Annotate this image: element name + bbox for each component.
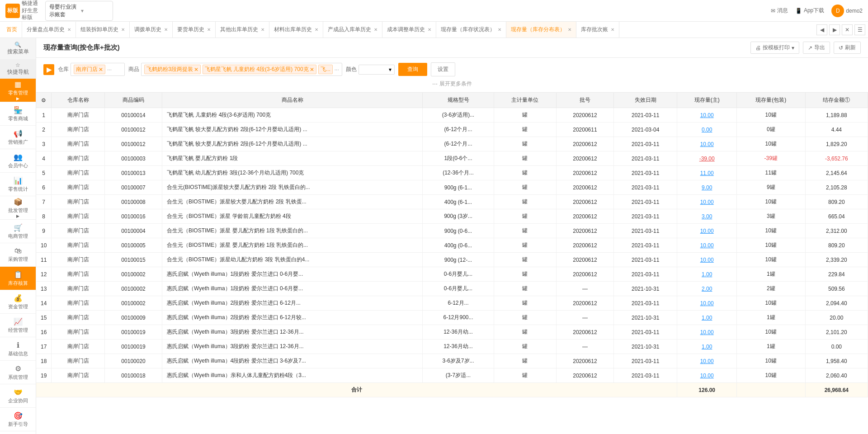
tab-pick-history[interactable]: 调拨单历史 ✕	[130, 22, 173, 38]
tab-close-icon[interactable]: ✕	[568, 27, 571, 32]
amount-cell: 2,105.28	[805, 180, 868, 195]
sidebar-item-basic-info[interactable]: ℹ 基础信息	[0, 337, 36, 361]
refresh-btn[interactable]: ↺ 刷新	[834, 42, 861, 54]
tab-home[interactable]: 首页	[2, 22, 22, 38]
qty-main-cell[interactable]: 2.00	[677, 282, 736, 296]
batch-cell: —	[556, 311, 613, 325]
qty-main-cell[interactable]: 10.00	[677, 224, 736, 238]
sidebar-item-enterprise-coop[interactable]: 🤝 企业协同	[0, 384, 36, 408]
print-btn[interactable]: 🖨 按模板打印 ▾	[750, 42, 799, 54]
table-row: 3南岸门店00100012飞鹤星飞帆 较大婴儿配方奶粉 2段(6-12个月婴幼儿…	[36, 137, 868, 151]
qty-main-cell[interactable]: 10.00	[677, 325, 736, 340]
qty-main-cell[interactable]: -39.00	[677, 151, 736, 166]
tab-batch-voucher[interactable]: 库存批次账 ✕	[576, 22, 619, 38]
qty-main-cell[interactable]: 10.00	[677, 296, 736, 311]
qty-main-cell[interactable]: 10.00	[677, 195, 736, 209]
qty-main-cell[interactable]: 3.00	[677, 209, 736, 224]
product-filter-more-icon[interactable]: ···	[335, 66, 339, 73]
sidebar-item-operations-mgmt[interactable]: 📈 经营管理	[0, 314, 36, 337]
settings-btn[interactable]: 设置	[431, 62, 455, 76]
sidebar-item-finance-mgmt[interactable]: 💰 资金管理	[0, 290, 36, 314]
product-tag-1: 飞鹤奶粉3段两提装 ✕	[144, 65, 201, 74]
tab-inventory-dist[interactable]: 现存量（库存分布表） ✕	[506, 22, 576, 38]
export-icon: ↗	[808, 45, 812, 51]
tab-close-icon[interactable]: ✕	[498, 27, 501, 32]
filter-expand-more-btn[interactable]: ⋯ 展开更多条件	[43, 80, 861, 88]
sidebar-quick-nav[interactable]: ☆ 快捷导航	[0, 59, 36, 79]
warehouse-filter-tags[interactable]: 南岸门店 ✕ ···	[71, 63, 125, 76]
qty-pkg-cell: 1罐	[736, 267, 805, 282]
qty-main-cell[interactable]: 10.00	[677, 368, 736, 383]
tab-close-icon[interactable]: ✕	[374, 27, 377, 32]
name-cell: 飞鹤星飞帆 幼儿配方奶粉 3段(12-36个月幼儿适用) 700克	[162, 166, 423, 180]
tab-close-icon[interactable]: ✕	[315, 27, 318, 32]
tab-close-icon[interactable]: ✕	[428, 27, 431, 32]
tab-close-icon[interactable]: ✕	[121, 27, 125, 32]
tab-menu-btn[interactable]: ☰	[854, 24, 865, 35]
tab-close-icon[interactable]: ✕	[261, 27, 264, 32]
tab-product-in-history[interactable]: 产成品入库单历史 ✕	[323, 22, 382, 38]
tab-prev-btn[interactable]: ◀	[816, 24, 827, 35]
tag-close-icon[interactable]: ✕	[194, 66, 198, 73]
filter-expand-btn[interactable]: ▶	[43, 64, 54, 75]
tab-requisition-history[interactable]: 要货单历史 ✕	[173, 22, 216, 38]
qty-main-cell[interactable]: 10.00	[677, 137, 736, 151]
qty-main-cell[interactable]: 11.00	[677, 166, 736, 180]
expiry-cell: 2021-03-04	[613, 123, 677, 137]
sidebar-item-retail-stats[interactable]: 📊 零售统计	[0, 173, 36, 196]
filter-more-icon[interactable]: ···	[107, 66, 112, 73]
export-btn[interactable]: ↗ 导出	[803, 42, 830, 54]
tab-close-icon[interactable]: ✕	[611, 27, 614, 32]
user-profile[interactable]: D demo2	[831, 5, 863, 17]
sidebar-search[interactable]: 🔍 搜索菜单	[0, 38, 36, 59]
qty-main-cell[interactable]: 0.00	[677, 123, 736, 137]
tag-close-icon[interactable]: ✕	[310, 66, 314, 73]
code-cell: 00100019	[105, 340, 162, 354]
row-index: 1	[36, 108, 52, 123]
tab-close-all-btn[interactable]: ✕	[842, 24, 853, 35]
sidebar-item-app-center[interactable]: 📱 应用中心	[0, 431, 36, 434]
table-row: 16南岸门店00100019惠氏启赋（Wyeth illuma）3段奶粉 爱尔兰…	[36, 325, 868, 340]
tab-other-out-history[interactable]: 其他出库单历史 ✕	[216, 22, 269, 38]
sidebar-item-inventory-check[interactable]: 📋 库存核算	[0, 267, 36, 290]
sidebar-item-marketing[interactable]: 📢 营销推广	[0, 126, 36, 149]
name-cell: 合生元(BIOSTIME)派星较大婴儿配方奶粉 2段 乳铁蛋白的...	[162, 180, 423, 195]
qty-main-cell[interactable]: 10.00	[677, 108, 736, 123]
tag-close-icon[interactable]: ✕	[99, 66, 103, 73]
tab-next-btn[interactable]: ▶	[829, 24, 840, 35]
query-btn[interactable]: 查询	[398, 63, 427, 76]
product-filter-tags[interactable]: 飞鹤奶粉3段两提装 ✕ 飞鹤星飞帆 儿童奶粉 4段(3-6岁适用) 700克 ✕…	[141, 63, 342, 76]
filter-product-group: 商品 飞鹤奶粉3段两提装 ✕ 飞鹤星飞帆 儿童奶粉 4段(3-6岁适用) 700…	[128, 63, 342, 76]
qty-pkg-cell: 10罐	[736, 354, 805, 368]
app-download-btn[interactable]: 📱 App下载	[795, 7, 824, 14]
qty-main-cell[interactable]: 9.00	[677, 180, 736, 195]
table-row: 1南岸门店00100014飞鹤星飞帆 儿童奶粉 4段(3-6岁适用) 700克(…	[36, 108, 868, 123]
sidebar-item-retail-store[interactable]: 🏪 零售商城	[0, 102, 36, 126]
sidebar-item-purchase-mgmt[interactable]: 🛍 采购管理	[0, 243, 36, 267]
expiry-col-header: 失效日期	[613, 93, 677, 108]
tab-inventory-status[interactable]: 现存量（库存状况表） ✕	[436, 22, 506, 38]
color-filter-input[interactable]: ▾	[359, 65, 395, 75]
message-btn[interactable]: ✉ 消息	[771, 7, 788, 14]
qty-main-cell[interactable]: 10.00	[677, 253, 736, 267]
tab-disassemble-history[interactable]: 组装拆卸单历史 ✕	[76, 22, 130, 38]
sidebar-item-new-guide[interactable]: 🎯 新手引导	[0, 408, 36, 431]
sidebar-item-member-center[interactable]: 👥 会员中心	[0, 149, 36, 173]
tab-close-icon[interactable]: ✕	[207, 27, 211, 32]
qty-main-cell[interactable]: 10.00	[677, 354, 736, 368]
sidebar-item-system-mgmt[interactable]: ⚙ 系统管理	[0, 361, 36, 384]
batch-cell: 20200612	[556, 180, 613, 195]
qty-main-cell[interactable]: 1.00	[677, 340, 736, 354]
sidebar-item-retail-mgmt[interactable]: ▦ 零售管理 ▶	[0, 79, 36, 102]
tab-cost-adjust-history[interactable]: 成本调整单历史 ✕	[382, 22, 436, 38]
qty-main-cell[interactable]: 1.00	[677, 267, 736, 282]
tab-material-out-history[interactable]: 材料出库单历史 ✕	[269, 22, 323, 38]
tab-close-icon[interactable]: ✕	[164, 27, 168, 32]
sidebar-item-ecommerce[interactable]: 🛒 电商管理	[0, 220, 36, 243]
qty-main-cell[interactable]: 10.00	[677, 238, 736, 253]
tab-close-icon[interactable]: ✕	[67, 27, 71, 32]
qty-main-cell[interactable]: 1.00	[677, 311, 736, 325]
warehouse-selector[interactable]: 母婴行业演示账套 ▾	[45, 1, 113, 21]
tab-split-history[interactable]: 分量盘点单历史 ✕	[22, 22, 76, 38]
sidebar-item-wholesale-mgmt[interactable]: 📦 批发管理 ▶	[0, 196, 36, 220]
